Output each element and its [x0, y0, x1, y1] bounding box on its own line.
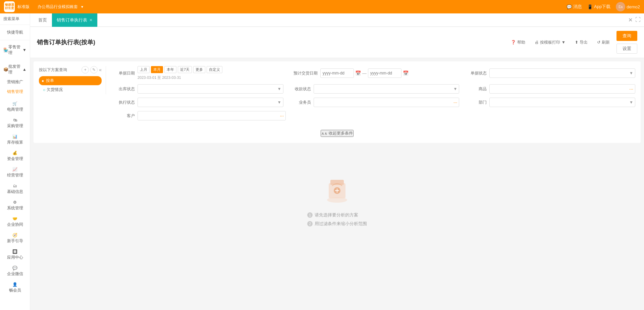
date-to-cal-icon[interactable]: 📅 — [403, 70, 409, 76]
filter-customer-item: 客户 ··· — [111, 111, 286, 120]
date-btn-custom[interactable]: 自定义 — [207, 66, 222, 73]
refresh-btn[interactable]: ↺ 刷新 — [594, 38, 612, 47]
date-btn-this-year[interactable]: 本年 — [164, 66, 176, 73]
window-maximize-btn[interactable]: ⛶ — [635, 17, 641, 23]
empty-icon — [320, 173, 354, 207]
sidebar-item-system[interactable]: ⚙ 系统管理 — [0, 197, 30, 214]
estimated-delivery-from[interactable] — [320, 68, 354, 78]
collapse-row: ∧∧ 收起更多条件 — [39, 128, 635, 138]
scheme-selector: 按以下方案查询 + ✎ « — [39, 66, 106, 94]
salesman-input[interactable] — [314, 98, 460, 107]
app-download-btn[interactable]: 📱 App下载 — [587, 4, 610, 10]
cooperation-label: 企业协同 — [7, 222, 23, 227]
query-btn[interactable]: 查询 — [616, 31, 637, 41]
collapse-scheme-btn[interactable]: « — [99, 67, 102, 72]
username-label: demo2 — [627, 4, 640, 9]
svg-rect-2 — [330, 180, 344, 185]
date-btn-more[interactable]: 更多 — [193, 66, 205, 73]
template-print-btn[interactable]: 🖨 按模板打印 ▼ — [532, 38, 568, 47]
scheme-item-单[interactable]: ● 按单 — [39, 76, 102, 85]
filter-estimated-delivery-item: 预计交货日期 📅 — 📅 — [287, 66, 460, 80]
sidebar-item-wholesale[interactable]: 📦 批发管理 ▲ — [0, 62, 30, 77]
sidebar-search-section[interactable]: 搜索菜单 — [0, 13, 30, 25]
scheme-item-按单-label: 按单 — [46, 78, 54, 84]
delivery-status-select[interactable] — [138, 84, 283, 94]
tip-num-1: 1 — [307, 212, 313, 218]
sidebar-item-member[interactable]: 👤 畅会员 — [0, 279, 30, 296]
app-logo: 畅捷通好生意 — [4, 1, 15, 12]
tab-home-label: 首页 — [38, 17, 47, 23]
date-quick-btns: 上月 本月 本年 近7天 更多 自定义 — [138, 66, 283, 73]
sidebar-search-label[interactable]: 搜索菜单 — [3, 16, 19, 21]
scheme-sub-label: 欠货情况 — [47, 87, 63, 93]
delivery-status-label: 出库状态 — [111, 86, 135, 92]
sidebar-item-cooperation[interactable]: 🤝 企业协同 — [0, 214, 30, 230]
department-control: ▼ — [489, 98, 635, 107]
date-btn-last-month[interactable]: 上月 — [138, 66, 150, 73]
account-dropdown[interactable]: 办公用品行业模拟账套 — [38, 4, 78, 10]
sidebar-item-appstore[interactable]: 🔲 应用中心 — [0, 247, 30, 263]
order-status-select[interactable] — [489, 68, 635, 78]
sidebar-item-business[interactable]: 📈 经营管理 — [0, 164, 30, 181]
tab-home[interactable]: 首页 — [34, 13, 52, 27]
export-btn[interactable]: ⬆ 导出 — [572, 38, 590, 47]
goods-dots-btn[interactable]: ··· — [629, 86, 633, 92]
filter-delivery-status-item: 出库状态 ▼ — [111, 84, 283, 94]
receipt-status-select[interactable] — [314, 84, 460, 94]
date-btn-this-month[interactable]: 本月 — [151, 66, 163, 73]
add-scheme-btn[interactable]: + — [82, 66, 89, 73]
sidebar-item-quicknav[interactable]: 快捷导航 — [0, 27, 30, 38]
finance-icon: 💰 — [12, 151, 17, 155]
edit-scheme-btn[interactable]: ✎ — [90, 66, 98, 73]
goods-input[interactable] — [489, 84, 635, 94]
avatar: Ea — [616, 2, 625, 11]
date-from-cal-icon[interactable]: 📅 — [355, 70, 361, 76]
sidebar-item-basicinfo[interactable]: 🗂 基础信息 — [0, 181, 30, 197]
execution-status-label: 执行状态 — [111, 100, 135, 105]
sidebar-sub-item-sales[interactable]: 销售管理 — [0, 87, 30, 97]
estimated-delivery-to[interactable] — [368, 68, 401, 78]
customer-dots-btn[interactable]: ··· — [280, 113, 284, 118]
date-btn-7days[interactable]: 近7天 — [178, 66, 192, 73]
salesman-dots-btn[interactable]: ··· — [453, 100, 458, 105]
help-btn[interactable]: ❓ 帮助 — [508, 38, 528, 47]
scheme-sub-item-欠货情况[interactable]: ○ 欠货情况 — [39, 85, 102, 94]
salesman-control: ··· — [314, 98, 460, 107]
refresh-label: 刷新 — [602, 40, 610, 45]
sidebar-item-ecommerce[interactable]: 🛒 电商管理 — [0, 99, 30, 115]
sidebar-quicknav-section[interactable]: 快捷导航 — [0, 25, 30, 40]
receipt-status-label: 收款状态 — [287, 86, 311, 92]
collapse-more-btn[interactable]: ∧∧ 收起更多条件 — [321, 130, 354, 137]
sidebar-item-retail[interactable]: 🏪 零售管理 ▼ — [0, 42, 30, 58]
tip-text-1: 请先选择要分析的方案 — [315, 212, 358, 218]
page-header: 销售订单执行表(按单) ❓ 帮助 🖨 按模板打印 ▼ ⬆ — [30, 27, 644, 58]
export-label: 导出 — [580, 40, 588, 45]
customer-label: 客户 — [111, 113, 135, 119]
newguide-icon: 🧭 — [12, 233, 17, 238]
window-close-btn[interactable]: ✕ — [628, 17, 633, 23]
app-download-label: App下载 — [594, 4, 610, 10]
dropdown-icon[interactable]: ▼ — [80, 5, 84, 9]
order-status-control: ▼ — [489, 68, 635, 78]
corpwechat-label: 企业微信 — [7, 271, 23, 277]
sidebar-item-purchase[interactable]: 🛍 采购管理 — [0, 115, 30, 132]
filter-receipt-status-item: 收款状态 ▼ — [287, 84, 460, 94]
user-profile-btn[interactable]: Ea demo2 — [616, 2, 640, 11]
empty-tip-1: 1 请先选择要分析的方案 — [307, 212, 367, 218]
scheme-label: 按以下方案查询 — [39, 67, 67, 73]
message-btn[interactable]: 💬 消息 — [567, 4, 582, 10]
execution-status-select[interactable] — [138, 98, 283, 107]
department-select[interactable] — [489, 98, 635, 107]
sidebar-item-finance[interactable]: 💰 资金管理 — [0, 148, 30, 164]
tab-sales-order-exec[interactable]: 销售订单执行表 ✕ — [52, 13, 98, 27]
customer-input[interactable] — [138, 111, 286, 120]
tab-close-icon[interactable]: ✕ — [89, 18, 93, 22]
sidebar-item-newguide[interactable]: 🧭 新手引导 — [0, 230, 30, 247]
sidebar-item-corpwechat[interactable]: 💬 企业微信 — [0, 263, 30, 279]
page-actions: ❓ 帮助 🖨 按模板打印 ▼ ⬆ 导出 ↺ — [508, 31, 637, 54]
sidebar-item-inventory[interactable]: 📊 库存核算 — [0, 132, 30, 148]
settings-btn[interactable]: 设置 — [616, 44, 637, 54]
print-dropdown-icon: ▼ — [561, 40, 566, 45]
tip-num-2: 2 — [307, 221, 313, 226]
sidebar-sub-item-marketing[interactable]: 营销推广 — [0, 77, 30, 87]
